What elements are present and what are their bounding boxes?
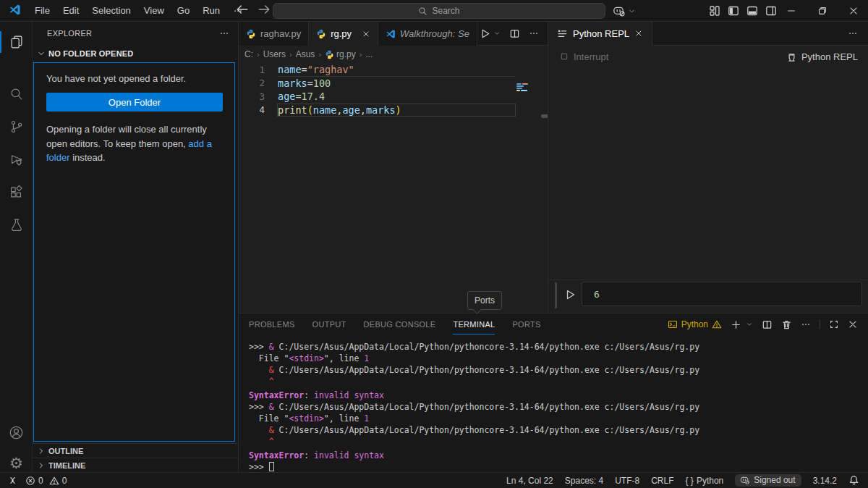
toggle-panel-icon[interactable]: [746, 5, 758, 17]
notifications-bell-icon[interactable]: [848, 475, 859, 486]
tab-raghav-py[interactable]: raghav.py: [239, 22, 309, 46]
menu-selection[interactable]: Selection: [85, 2, 137, 19]
tab-python-repl[interactable]: Python REPL: [548, 22, 652, 46]
close-tab-icon[interactable]: [634, 29, 643, 38]
code-line[interactable]: 2marks=100: [239, 77, 548, 91]
tab-ports[interactable]: PORTS: [512, 320, 540, 329]
split-terminal-icon[interactable]: [762, 319, 773, 330]
no-folder-section-header[interactable]: NO FOLDER OPENED: [33, 45, 238, 62]
cursor-position[interactable]: Ln 4, Col 22: [506, 476, 553, 486]
breadcrumb-item[interactable]: rg.py: [336, 49, 356, 59]
terminal-line: SyntaxError: invalid syntax: [249, 450, 861, 461]
run-python-file-icon[interactable]: [480, 28, 490, 39]
open-folder-button[interactable]: Open Folder: [46, 93, 223, 112]
line-number: 4: [239, 104, 265, 115]
explorer-icon[interactable]: [0, 28, 33, 56]
terminal-output[interactable]: >>> & C:/Users/Asus/AppData/Local/Python…: [249, 341, 861, 469]
search-view-icon[interactable]: [0, 80, 33, 109]
menu-run[interactable]: Run: [196, 2, 226, 19]
tab-rg-py[interactable]: rg.py: [309, 22, 378, 46]
editor-more-actions-icon[interactable]: [529, 28, 539, 38]
menubar: File Edit Selection View Go Run: [28, 2, 250, 19]
minimap[interactable]: [516, 83, 529, 93]
timeline-section[interactable]: TIMELINE: [33, 458, 238, 472]
activity-bar: ⚙: [0, 22, 33, 472]
extensions-icon[interactable]: [0, 178, 33, 207]
repl-input-field[interactable]: 6: [582, 282, 862, 306]
repl-execute-icon[interactable]: [564, 289, 576, 300]
restore-button[interactable]: [807, 0, 838, 22]
source-control-icon[interactable]: [0, 112, 33, 141]
encoding[interactable]: UTF-8: [615, 476, 639, 486]
close-panel-icon[interactable]: [848, 319, 858, 329]
editor-tabs: raghav.py rg.py Walkthrough: Se: [239, 22, 548, 46]
toggle-sidebar-icon[interactable]: [728, 5, 739, 17]
titlebar: File Edit Selection View Go Run Search: [0, 0, 868, 22]
split-editor-icon[interactable]: [509, 28, 520, 39]
terminal-line: ^: [249, 436, 861, 447]
indentation[interactable]: Spaces: 4: [565, 476, 603, 486]
breadcrumb: C: › Users › Asus › rg.py › ...: [239, 46, 548, 63]
close-tab-icon[interactable]: [362, 30, 370, 38]
language-mode[interactable]: { }Python: [686, 476, 724, 486]
customize-layout-icon[interactable]: [709, 5, 720, 17]
maximize-panel-icon[interactable]: [829, 319, 839, 329]
repl-scrollbar[interactable]: [555, 282, 557, 308]
code-editor[interactable]: 1name="raghav"2marks=1003age=17.44print(…: [239, 63, 548, 313]
panel-more-actions-icon[interactable]: [801, 319, 811, 329]
forward-icon[interactable]: [258, 3, 271, 16]
terminal-line: SyntaxError: invalid syntax: [249, 390, 861, 401]
panel-tabs: PROBLEMS OUTPUT DEBUG CONSOLE TERMINAL P…: [239, 314, 868, 335]
testing-icon[interactable]: [0, 211, 33, 240]
run-dropdown-icon[interactable]: [493, 30, 501, 37]
kill-terminal-icon[interactable]: [781, 319, 792, 330]
menu-go[interactable]: Go: [171, 2, 196, 19]
tab-debug-console[interactable]: DEBUG CONSOLE: [364, 320, 436, 329]
terminal-process-button[interactable]: Python: [668, 319, 722, 329]
terminal-cursor: [269, 462, 274, 471]
menu-view[interactable]: View: [137, 2, 171, 19]
new-terminal-icon[interactable]: [731, 319, 741, 330]
tab-output[interactable]: OUTPUT: [312, 320, 346, 329]
run-debug-icon[interactable]: [0, 145, 33, 174]
breadcrumb-item[interactable]: Asus: [296, 49, 315, 59]
tab-terminal[interactable]: TERMINAL: [453, 320, 495, 329]
outline-section[interactable]: OUTLINE: [33, 443, 238, 458]
tab-problems[interactable]: PROBLEMS: [249, 320, 295, 329]
status-bar: 0 0 Ln 4, Col 22 Spaces: 4 UTF-8 CRLF { …: [0, 472, 868, 488]
problems-status[interactable]: 0 0: [25, 476, 67, 486]
menu-file[interactable]: File: [28, 2, 56, 19]
remote-indicator-icon[interactable]: [7, 475, 18, 486]
python-file-icon: [325, 50, 334, 59]
breadcrumb-item[interactable]: Users: [263, 49, 286, 59]
repl-language-status[interactable]: Python REPL: [786, 51, 858, 62]
menu-edit[interactable]: Edit: [56, 2, 85, 19]
close-window-button[interactable]: [838, 0, 868, 22]
code-line[interactable]: 3age=17.4: [239, 90, 548, 104]
accounts-icon[interactable]: [0, 418, 33, 447]
copilot-signed-out-status[interactable]: Signed out: [735, 474, 801, 487]
breadcrumb-item[interactable]: ...: [365, 49, 373, 59]
terminal-line: & C:/Users/Asus/AppData/Local/Python/pyt…: [249, 364, 861, 376]
code-line[interactable]: 4print(name,age,marks): [239, 104, 548, 117]
breadcrumb-item[interactable]: C:: [244, 49, 253, 59]
repl-more-actions-icon[interactable]: [848, 28, 868, 38]
terminal-dropdown-icon[interactable]: [746, 321, 753, 328]
code-line[interactable]: 1name="raghav": [239, 63, 548, 77]
explorer-sidebar: EXPLORER NO FOLDER OPENED You have not y…: [33, 22, 239, 472]
tab-walkthrough[interactable]: Walkthrough: Se: [378, 22, 477, 46]
copilot-menu-button[interactable]: [612, 4, 636, 17]
back-icon[interactable]: [236, 3, 249, 16]
line-number: 3: [239, 91, 265, 102]
python-version[interactable]: 3.14.2: [813, 476, 837, 486]
minimize-button[interactable]: [775, 0, 807, 22]
explorer-more-actions-icon[interactable]: [219, 28, 229, 38]
search-placeholder: Search: [432, 6, 459, 16]
rook-icon: [786, 51, 797, 62]
chevron-down-icon: [37, 49, 46, 58]
terminal-line: ^: [249, 376, 861, 387]
command-center-search[interactable]: Search: [273, 3, 605, 19]
no-folder-view: You have not yet opened a folder. Open F…: [33, 62, 235, 442]
eol-sequence[interactable]: CRLF: [651, 476, 673, 486]
interrupt-button[interactable]: Interrupt: [560, 51, 608, 62]
